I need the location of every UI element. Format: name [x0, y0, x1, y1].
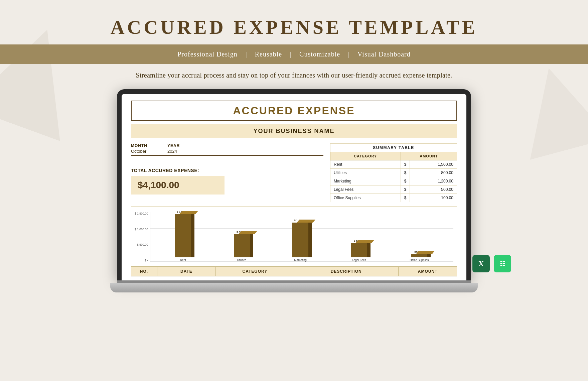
- dollar-cell: $: [401, 185, 410, 194]
- screen-content: ACCURED EXPENSE YOUR BUSINESS NAME: [122, 94, 466, 280]
- business-name: YOUR BUSINESS NAME: [131, 128, 457, 135]
- bar-side: [427, 254, 431, 257]
- amount-cell: 1,200.00: [410, 177, 457, 185]
- dollar-cell: $: [401, 169, 410, 177]
- bottom-header-cell: NO.: [131, 266, 157, 276]
- bottom-header-cell: DESCRIPTION: [294, 266, 398, 276]
- chart-wrapper: $ 1,500.00 $ 1,000.00 $ 500.00 $ -: [135, 212, 453, 262]
- category-cell: Marketing: [330, 177, 401, 185]
- table-row: Rent $ 1,500.00: [330, 160, 457, 169]
- separator-1: |: [246, 50, 247, 58]
- bar-x-name: Rent: [180, 258, 186, 262]
- bar-front: [234, 234, 250, 257]
- accrued-title-box: ACCURED EXPENSE: [131, 101, 457, 121]
- page-title: ACCURED EXPENSE TEMPLATE: [111, 16, 478, 38]
- feature-reusable: Reusable: [255, 50, 282, 58]
- bar-top: [180, 211, 198, 214]
- year-section: YEAR 2024: [167, 143, 180, 154]
- bar-3d: [175, 214, 191, 257]
- feature-professional-design: Professional Design: [177, 50, 238, 58]
- feature-customizable: Customizable: [299, 50, 340, 58]
- bar-side: [308, 223, 312, 257]
- separator-3: |: [348, 50, 349, 58]
- bar-side: [367, 243, 371, 257]
- laptop-base: [110, 283, 478, 292]
- year-label: YEAR: [167, 143, 180, 148]
- feature-visual-dashboard: Visual Dashboard: [357, 50, 411, 58]
- month-value: October: [131, 149, 147, 154]
- bar-col: $ 1,500.00 Rent: [175, 212, 191, 262]
- subtitle: Streamline your accrual process and stay…: [136, 72, 452, 79]
- left-column: MONTH October YEAR 2024 TOTAL ACCURED EX…: [131, 143, 323, 202]
- total-value: $4,100.00: [138, 180, 179, 190]
- table-row: Office Supplies $ 100.00: [330, 194, 457, 202]
- business-name-box: YOUR BUSINESS NAME: [131, 124, 457, 138]
- excel-icon-x: X: [472, 255, 490, 272]
- bar-col: $100.00 Office Supplies: [410, 212, 429, 262]
- laptop-hinge: [117, 280, 471, 283]
- table-row: Legal Fees $ 500.00: [330, 185, 457, 194]
- month-year-section: MONTH October YEAR 2024: [131, 143, 323, 156]
- summary-col-category: CATEGORY: [330, 152, 401, 160]
- total-value-box: $4,100.00: [131, 176, 225, 195]
- bottom-header-cell: AMOUNT: [398, 266, 457, 276]
- laptop-outer: ACCURED EXPENSE YOUR BUSINESS NAME: [117, 89, 471, 280]
- accrued-title: ACCURED EXPENSE: [132, 105, 456, 117]
- bar-top: [355, 240, 374, 243]
- separator-2: |: [290, 50, 291, 58]
- bar-front: [351, 243, 367, 257]
- bottom-headers: NO.DATECATEGORYDESCRIPTIONAMOUNT: [131, 266, 457, 276]
- bar-front: [175, 214, 191, 257]
- amount-cell: 800.00: [410, 169, 457, 177]
- category-cell: Utilities: [330, 169, 401, 177]
- chart-container: $ 1,500.00 $ 1,000.00 $ 500.00 $ -: [131, 206, 457, 265]
- total-label: TOTAL ACCURED EXPENSE:: [131, 168, 323, 173]
- bar-col: $ 800.00 Utilities: [234, 212, 250, 262]
- table-row: Utilities $ 800.00: [330, 169, 457, 177]
- y-label-500: $ 500.00: [137, 243, 148, 246]
- bar-side: [191, 214, 194, 257]
- bars-row: $ 1,500.00 Rent $ 800.00 Utilities $ 1,2…: [150, 212, 453, 262]
- laptop-screen: ACCURED EXPENSE YOUR BUSINESS NAME: [122, 94, 466, 280]
- bar-x-name: Marketing: [294, 258, 306, 262]
- bar-3d: [351, 243, 367, 257]
- bar-col: $ 500.00 Legal Fees: [351, 212, 367, 262]
- dollar-cell: $: [401, 177, 410, 185]
- bar-top: [416, 251, 434, 254]
- excel-icons: X ☷: [472, 255, 511, 272]
- chart-grid: $ 1,500.00 Rent $ 800.00 Utilities $ 1,2…: [150, 212, 453, 262]
- bar-x-name: Legal Fees: [352, 258, 366, 262]
- month-label: MONTH: [131, 143, 147, 148]
- y-label-0: $ -: [145, 259, 148, 262]
- bar-3d: [234, 234, 250, 257]
- bar-top: [297, 220, 316, 223]
- excel-icon-g: ☷: [494, 255, 511, 272]
- amount-cell: 1,500.00: [410, 160, 457, 169]
- bar-x-name: Office Supplies: [410, 258, 429, 262]
- dollar-cell: $: [401, 160, 410, 169]
- category-cell: Office Supplies: [330, 194, 401, 202]
- bar-top: [238, 231, 257, 234]
- feature-banner: Professional Design | Reusable | Customi…: [0, 44, 588, 64]
- category-cell: Rent: [330, 160, 401, 169]
- y-axis-labels: $ 1,500.00 $ 1,000.00 $ 500.00 $ -: [135, 212, 148, 262]
- bottom-header-cell: CATEGORY: [216, 266, 294, 276]
- category-cell: Legal Fees: [330, 185, 401, 194]
- bar-front: [292, 223, 308, 257]
- bar-side: [250, 234, 253, 257]
- table-row: Marketing $ 1,200.00: [330, 177, 457, 185]
- bar-x-name: Utilities: [237, 258, 246, 262]
- bar-col: $ 1,200.00 Marketing: [292, 212, 308, 262]
- bar-3d: [411, 254, 427, 257]
- amount-cell: 500.00: [410, 185, 457, 194]
- main-wrapper: ACCURED EXPENSE TEMPLATE Professional De…: [0, 0, 588, 292]
- month-section: MONTH October: [131, 143, 147, 154]
- bar-3d: [292, 223, 308, 257]
- dollar-cell: $: [401, 194, 410, 202]
- y-label-1000: $ 1,000.00: [135, 228, 148, 231]
- summary-table: SUMMARY TABLE CATEGORY AMOUNT Rent $: [330, 143, 457, 202]
- bar-front: [411, 254, 427, 257]
- amount-cell: 100.00: [410, 194, 457, 202]
- bottom-header-cell: DATE: [157, 266, 216, 276]
- two-column-layout: MONTH October YEAR 2024 TOTAL ACCURED EX…: [131, 143, 457, 202]
